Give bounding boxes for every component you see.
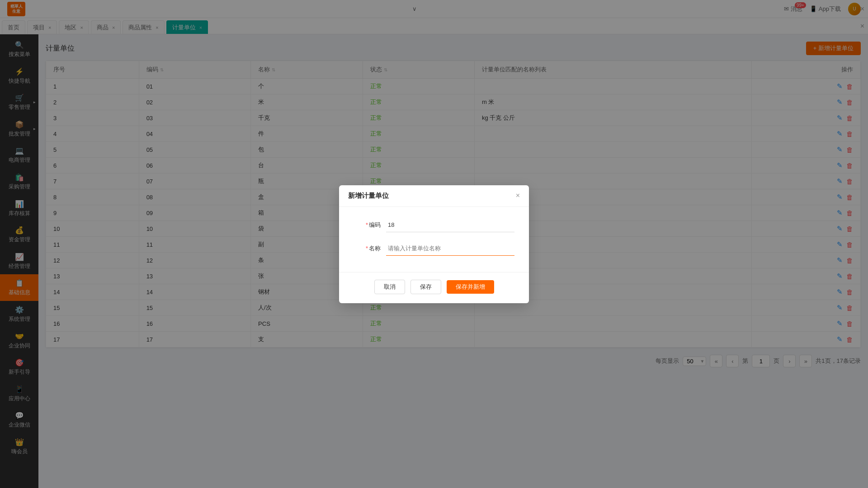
cancel-button[interactable]: 取消 [374,280,405,294]
code-label: 编码 [354,221,381,229]
modal-header: 新增计量单位 × [339,185,529,207]
save-button[interactable]: 保存 [410,280,441,294]
name-label: 名称 [354,244,381,253]
code-input[interactable] [386,218,514,232]
modal-footer: 取消 保存 保存并新增 [339,272,529,303]
add-unit-modal: 新增计量单位 × 编码 名称 取消 保存 保存并新增 [339,185,529,303]
modal-close-button[interactable]: × [516,192,520,200]
form-row-code: 编码 [354,218,514,232]
modal-title: 新增计量单位 [348,192,389,200]
form-row-name: 名称 [354,241,514,256]
name-input[interactable] [386,241,514,256]
modal-overlay[interactable]: 新增计量单位 × 编码 名称 取消 保存 保存并新增 [0,0,868,488]
save-and-new-button[interactable]: 保存并新增 [447,280,494,294]
modal-body: 编码 名称 [339,207,529,272]
